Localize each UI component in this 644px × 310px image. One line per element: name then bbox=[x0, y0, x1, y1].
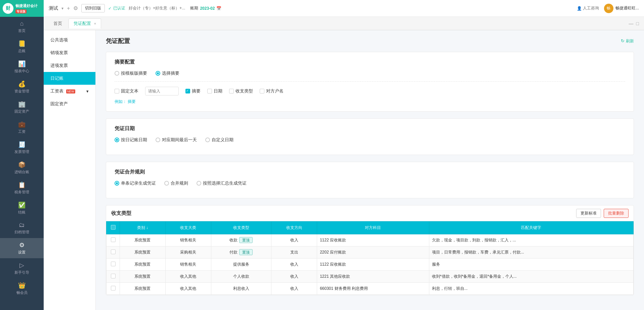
radio-period-last[interactable]: 对应期间最后一天 bbox=[156, 137, 197, 143]
topbar-tags: 好会计（专）+好生意（标）+... bbox=[129, 5, 185, 11]
certified-label: 已认证 bbox=[113, 5, 125, 11]
radio-custom-date-circle bbox=[205, 138, 210, 142]
radio-choose-circle bbox=[156, 71, 160, 76]
select-all-checkbox[interactable] bbox=[111, 225, 116, 230]
sidebar-item-settle[interactable]: ✅ 结账 bbox=[0, 198, 44, 218]
row-match-keyword: 利息，行转，班自... bbox=[429, 283, 633, 295]
income-type-tag[interactable]: 置顶 bbox=[239, 237, 253, 243]
content-area: 公共选项 销项发票 进项发票 日记账 工资表 NEW ▾ 固定资产 bbox=[44, 30, 644, 310]
row-checkbox[interactable] bbox=[111, 274, 116, 278]
sidebar-item-settings[interactable]: ⚙ 设置 bbox=[0, 238, 44, 258]
sidebar-item-purchase[interactable]: 📦 进销台账 bbox=[0, 158, 44, 178]
radio-custom-date[interactable]: 自定义日期 bbox=[205, 137, 233, 143]
row-major-type: 销售相关 bbox=[165, 259, 211, 271]
tab-close-button[interactable]: × bbox=[94, 22, 96, 26]
sidebar-item-asset[interactable]: 🏢 固定资产 bbox=[0, 97, 44, 117]
tab-actions: — □ bbox=[629, 21, 639, 26]
row-income-type: 提供服务 bbox=[211, 259, 271, 271]
sidebar-item-fund[interactable]: 💰 资金管理 bbox=[0, 77, 44, 97]
row-checkbox-cell[interactable] bbox=[106, 234, 120, 246]
sidebar-item-tax[interactable]: 📋 税务管理 bbox=[0, 178, 44, 198]
topbar-gear-button[interactable]: ⚙ bbox=[73, 5, 78, 11]
sidebar-item-ledger[interactable]: 📒 总账 bbox=[0, 37, 44, 57]
topbar-dropdown-arrow[interactable]: ▾ bbox=[61, 6, 63, 11]
user-menu[interactable]: 畅 畅捷通旺旺... bbox=[604, 4, 639, 13]
row-checkbox[interactable] bbox=[111, 286, 116, 290]
table-header: 收支类型 更新标准 批量删除 bbox=[106, 205, 634, 221]
salary-icon: 💼 bbox=[18, 121, 26, 128]
row-match-keyword: 项目，日常费用，报销款，车费，承兑汇票，付款... bbox=[429, 246, 633, 259]
date-section: 凭证日期 按日记账日期 对应期间最后一天 自定义日期 bbox=[106, 118, 634, 155]
checkbox-fixed-text[interactable]: 固定文本 bbox=[115, 88, 138, 94]
sidebar-item-report[interactable]: 📊 报表中心 bbox=[0, 57, 44, 77]
avatar: 畅 bbox=[604, 4, 613, 13]
leftnav-fixed[interactable]: 固定资产 bbox=[44, 98, 95, 110]
leftnav-public[interactable]: 公共选项 bbox=[44, 34, 95, 46]
service-button[interactable]: 👤 人工咨询 bbox=[577, 5, 599, 11]
sidebar: 财 畅捷通好会计 专业版 ⌂ 首页 📒 总账 📊 报表中心 💰 资金管理 🏢 固… bbox=[0, 0, 44, 310]
sidebar-item-guide[interactable]: ▷ 新手引导 bbox=[0, 258, 44, 278]
radio-single-circle bbox=[115, 181, 119, 186]
example-text: 例如： 摘要 bbox=[115, 99, 625, 105]
checkbox-summary[interactable]: 摘要 bbox=[185, 88, 201, 94]
sidebar-item-salary[interactable]: 💼 工资 bbox=[0, 117, 44, 138]
calendar-icon[interactable]: 📅 bbox=[216, 6, 221, 11]
tab-voucher-config[interactable]: 凭证配置 × bbox=[69, 18, 101, 29]
leftnav-purchase-inv[interactable]: 进项发票 bbox=[44, 59, 95, 72]
radio-merge-circle bbox=[164, 181, 169, 186]
table-actions: 更新标准 批量删除 bbox=[576, 209, 629, 218]
sidebar-item-label: 首页 bbox=[18, 28, 26, 33]
row-checkbox-cell[interactable] bbox=[106, 271, 120, 283]
row-checkbox[interactable] bbox=[111, 249, 116, 254]
leftnav-payroll[interactable]: 工资表 NEW ▾ bbox=[44, 85, 95, 98]
income-type-tag[interactable]: 置顶 bbox=[239, 249, 253, 255]
fixed-text-input[interactable] bbox=[145, 87, 179, 95]
member-icon: 👑 bbox=[18, 282, 26, 289]
row-counter-subject: 660301 财务费用 利息费用 bbox=[317, 283, 429, 295]
leftnav-sales[interactable]: 销项发票 bbox=[44, 46, 95, 59]
leftnav-journal[interactable]: 日记账 bbox=[44, 72, 95, 85]
date-section-title: 凭证日期 bbox=[115, 125, 625, 132]
row-match-keyword: 收到*借款，收到*备用金，退回*备用金，个人... bbox=[429, 271, 633, 283]
sidebar-item-archive[interactable]: 🗂 归档管理 bbox=[0, 218, 44, 238]
row-checkbox[interactable] bbox=[111, 262, 116, 266]
radio-summary-gen[interactable]: 按照选择汇总生成凭证 bbox=[197, 180, 247, 186]
th-category: 类别 ↓ bbox=[120, 222, 166, 234]
row-category: 系统预置 bbox=[120, 234, 166, 246]
sidebar-item-member[interactable]: 👑 畅会员 bbox=[0, 278, 44, 299]
purchase-icon: 📦 bbox=[18, 161, 26, 168]
table-row: 系统预置采购相关付款置顶支出2202 应付账款项目，日常费用，报销款，车费，承兑… bbox=[106, 246, 634, 259]
row-category: 系统预置 bbox=[120, 271, 166, 283]
maximize-button[interactable]: □ bbox=[636, 21, 639, 26]
radio-summary-gen-circle bbox=[197, 181, 201, 186]
row-checkbox-cell[interactable] bbox=[106, 283, 120, 295]
period-label: 账期 bbox=[190, 5, 198, 11]
row-major-type: 采购相关 bbox=[165, 246, 211, 259]
checkbox-date[interactable]: 日期 bbox=[207, 88, 222, 94]
checkbox-counterparty-box bbox=[260, 89, 264, 93]
sidebar-item-home[interactable]: ⌂ 首页 bbox=[0, 17, 44, 37]
row-checkbox[interactable] bbox=[111, 237, 116, 242]
radio-journal-date[interactable]: 按日记账日期 bbox=[115, 137, 147, 143]
radio-single[interactable]: 单条记录生成凭证 bbox=[115, 180, 156, 186]
topbar-title: 测试 bbox=[49, 5, 58, 11]
divider bbox=[115, 81, 625, 82]
checkbox-type[interactable]: 收支类型 bbox=[229, 88, 253, 94]
update-standard-button[interactable]: 更新标准 bbox=[576, 209, 601, 218]
radio-choose[interactable]: 选择摘要 bbox=[156, 70, 179, 76]
new-badge: NEW bbox=[66, 89, 75, 93]
summary-section-title: 摘要配置 bbox=[115, 59, 625, 65]
row-checkbox-cell[interactable] bbox=[106, 246, 120, 259]
switch-version-button[interactable]: 切到旧版 bbox=[81, 4, 105, 12]
radio-merge[interactable]: 合并规则 bbox=[164, 180, 188, 186]
tab-home[interactable]: 首页 bbox=[49, 19, 67, 28]
batch-delete-button[interactable]: 批量删除 bbox=[604, 209, 629, 218]
refresh-button[interactable]: ↻ 刷新 bbox=[621, 38, 634, 44]
table-row: 系统预置收入其他个人收款收入1221 其他应收款收到*借款，收到*备用金，退回*… bbox=[106, 271, 634, 283]
topbar-add-button[interactable]: + bbox=[67, 5, 70, 11]
sidebar-item-invoice[interactable]: 🧾 发票管理 bbox=[0, 138, 44, 158]
row-checkbox-cell[interactable] bbox=[106, 259, 120, 271]
minimize-button[interactable]: — bbox=[629, 21, 634, 26]
checkbox-counterparty[interactable]: 对方户名 bbox=[260, 88, 284, 94]
radio-template[interactable]: 按模板版摘要 bbox=[115, 70, 147, 76]
